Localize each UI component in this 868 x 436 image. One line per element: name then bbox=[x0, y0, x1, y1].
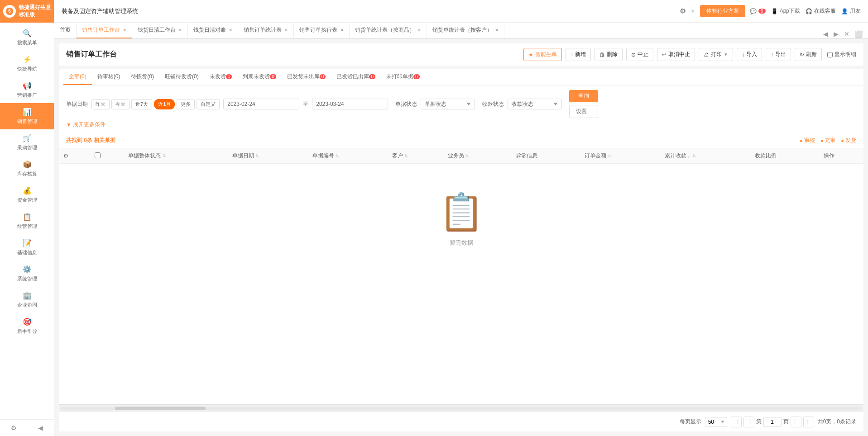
tab-close-cash-reconcile[interactable]: ✕ bbox=[229, 28, 232, 33]
th-number[interactable]: 单据编号⇅ bbox=[308, 148, 388, 164]
sidebar-item-marketing[interactable]: 📢营销推广 bbox=[0, 77, 54, 103]
sidebar-item-purchase[interactable]: 🛒采购管理 bbox=[0, 129, 54, 156]
status-select[interactable]: 单据状态 bbox=[421, 99, 475, 109]
date-btn-more[interactable]: 更多 bbox=[177, 99, 195, 109]
sort-icon[interactable]: ⇅ bbox=[465, 153, 469, 158]
scrollbar-area[interactable] bbox=[59, 404, 863, 412]
filter-tab-pending-inspection[interactable]: 待拣货(0) bbox=[125, 69, 159, 85]
last-page-btn[interactable]: 》 bbox=[803, 417, 814, 427]
tab-close-sales-stats-product[interactable]: ✕ bbox=[417, 28, 421, 33]
sidebar-item-base-info[interactable]: 📝基础信息 bbox=[0, 234, 54, 261]
show-detail-toggle[interactable]: 显示明细 bbox=[827, 51, 856, 58]
tab-sales-stats-customer[interactable]: 销货单统计表（按客户）✕ bbox=[427, 23, 504, 38]
detail-checkbox[interactable] bbox=[827, 52, 833, 57]
tab-sales-stats[interactable]: 销售订单统计表✕ bbox=[238, 23, 294, 38]
sort-icon[interactable]: ⇅ bbox=[692, 153, 696, 158]
online-service-btn[interactable]: 🎧 在线客服 bbox=[806, 7, 836, 15]
tab-home[interactable]: 首页 bbox=[54, 23, 77, 38]
refresh-btn[interactable]: ↻ 刷新 bbox=[795, 48, 822, 61]
suspend-btn[interactable]: ⊙ 中止 bbox=[626, 48, 653, 61]
filter-tab-unprinted[interactable]: 未打印单据0 bbox=[381, 69, 425, 85]
column-settings-icon[interactable]: ⚙ bbox=[63, 153, 68, 159]
prev-page-btn[interactable]: 〈 bbox=[743, 417, 754, 427]
delete-btn[interactable]: 🗑 删除 bbox=[595, 48, 623, 61]
th-customer[interactable]: 客户⇅ bbox=[388, 148, 443, 164]
settings-footer-icon[interactable]: ⚙ bbox=[11, 424, 17, 431]
import-btn[interactable]: ↓ 导入 bbox=[737, 48, 762, 61]
sidebar-item-system[interactable]: ⚙️系统管理 bbox=[0, 261, 54, 287]
sidebar-item-operations[interactable]: 📋经营管理 bbox=[0, 208, 54, 234]
table-action-review[interactable]: ● 审核 bbox=[800, 137, 815, 144]
table-action-ship[interactable]: ● 发货 bbox=[841, 137, 856, 144]
payment-select[interactable]: 收款状态 bbox=[508, 99, 562, 109]
config-icon[interactable]: ⚙ bbox=[680, 7, 686, 15]
sort-icon[interactable]: ⇅ bbox=[162, 153, 166, 158]
sort-icon[interactable]: ⇅ bbox=[404, 153, 408, 158]
sidebar-item-enterprise[interactable]: 🏢企业协同 bbox=[0, 287, 54, 313]
filter-tab-pending-review[interactable]: 待审核(0) bbox=[92, 69, 126, 85]
filter-tab-all[interactable]: 全部(0) bbox=[63, 69, 92, 85]
filter-tab-unshipped[interactable]: 未发货0 bbox=[204, 69, 238, 85]
scrollbar-track[interactable] bbox=[61, 407, 862, 410]
date-to-input[interactable] bbox=[312, 99, 388, 109]
cancel-suspend-btn[interactable]: ↩ 取消中止 bbox=[657, 48, 695, 61]
setting-btn[interactable]: 设置 bbox=[569, 105, 598, 118]
date-from-input[interactable] bbox=[223, 99, 299, 109]
sort-icon[interactable]: ⇅ bbox=[608, 153, 611, 158]
tab-close-all[interactable]: ✕ bbox=[842, 29, 851, 38]
select-all-checkbox[interactable] bbox=[95, 152, 101, 158]
date-btn-today[interactable]: 今天 bbox=[111, 99, 129, 109]
tab-sales-exec[interactable]: 销售订单执行表✕ bbox=[294, 23, 350, 38]
tab-close-sales-workbench[interactable]: ✕ bbox=[123, 28, 126, 33]
scrollbar-thumb[interactable] bbox=[115, 407, 206, 410]
tab-close-sales-stats[interactable]: ✕ bbox=[284, 28, 288, 33]
print-btn[interactable]: 🖨 打印 ▼ bbox=[699, 48, 733, 61]
user-btn[interactable]: 👤 用友 bbox=[841, 7, 861, 15]
tab-sales-stats-product[interactable]: 销货单统计表（按商品）✕ bbox=[350, 23, 427, 38]
filter-tab-shipped-out[interactable]: 已发货已出库0 bbox=[331, 69, 381, 85]
sidebar-item-sales[interactable]: 📊销售管理 bbox=[0, 103, 54, 129]
date-btn-1month[interactable]: 近1月 bbox=[154, 99, 175, 109]
app-download-btn[interactable]: 📱 App下载 bbox=[771, 7, 800, 15]
tab-cash-daily[interactable]: 钱货日清工作台✕ bbox=[132, 23, 188, 38]
next-page-btn[interactable]: 〉 bbox=[791, 417, 801, 427]
filter-tab-wangpu-pending[interactable]: 旺铺待发货(0) bbox=[159, 69, 204, 85]
solution-btn[interactable]: 体验行业方案 bbox=[700, 5, 745, 17]
sidebar-item-quick-nav[interactable]: ⚡快捷导航 bbox=[0, 51, 54, 77]
collapse-icon[interactable]: ◀ bbox=[38, 424, 43, 431]
tab-arrow-left[interactable]: ◀ bbox=[821, 29, 830, 38]
page-size-select[interactable]: 50 10 20 100 bbox=[705, 417, 727, 427]
tab-close-sales-exec[interactable]: ✕ bbox=[340, 28, 344, 33]
tab-cash-reconcile[interactable]: 钱货日清对账✕ bbox=[188, 23, 238, 38]
expand-conditions-btn[interactable]: ▼ 展开更多条件 bbox=[66, 121, 856, 128]
date-btn-yesterday[interactable]: 昨天 bbox=[91, 99, 110, 109]
sort-icon[interactable]: ⇅ bbox=[336, 153, 339, 158]
smart-btn[interactable]: ★ 智能生单 bbox=[523, 48, 562, 61]
page-number-input[interactable] bbox=[763, 417, 782, 427]
new-btn[interactable]: + 新增 bbox=[566, 48, 591, 61]
table-action-unreview[interactable]: ● 充审 bbox=[820, 137, 836, 144]
sidebar-item-inventory[interactable]: 📦库存核算 bbox=[0, 156, 54, 182]
tab-arrow-right[interactable]: ▶ bbox=[832, 29, 840, 38]
message-btn[interactable]: 💬 6 bbox=[750, 8, 766, 14]
sidebar-item-search[interactable]: 🔍搜索菜单 bbox=[0, 24, 54, 51]
export-btn[interactable]: ↑ 导出 bbox=[766, 48, 791, 61]
expand-arrow[interactable]: ▼ bbox=[691, 9, 695, 14]
sidebar-item-finance[interactable]: 💰资金管理 bbox=[0, 182, 54, 208]
filter-tab-overdue-unshipped[interactable]: 到期未发货0 bbox=[237, 69, 282, 85]
sort-icon[interactable]: ⇅ bbox=[255, 153, 259, 158]
first-page-btn[interactable]: 《 bbox=[731, 417, 742, 427]
th-staff[interactable]: 业务员⇅ bbox=[443, 148, 511, 164]
tab-maximize[interactable]: ⬜ bbox=[853, 29, 864, 38]
tab-close-cash-daily[interactable]: ✕ bbox=[178, 28, 182, 33]
th-date[interactable]: 单据日期⇅ bbox=[228, 148, 308, 164]
date-btn-custom[interactable]: 自定义 bbox=[197, 99, 220, 109]
sidebar-item-guide[interactable]: 🎯新手引导 bbox=[0, 313, 54, 339]
date-btn-7days[interactable]: 近7天 bbox=[131, 99, 152, 109]
filter-tab-shipped-not-out[interactable]: 已发货未出库0 bbox=[282, 69, 331, 85]
th-received[interactable]: 累计收款...⇅ bbox=[660, 148, 750, 164]
query-btn[interactable]: 查询 bbox=[569, 90, 598, 102]
tab-close-sales-stats-customer[interactable]: ✕ bbox=[495, 28, 499, 33]
th-amount[interactable]: 订单金额⇅ bbox=[580, 148, 660, 164]
th-status[interactable]: 单据整体状态⇅ bbox=[124, 148, 228, 164]
